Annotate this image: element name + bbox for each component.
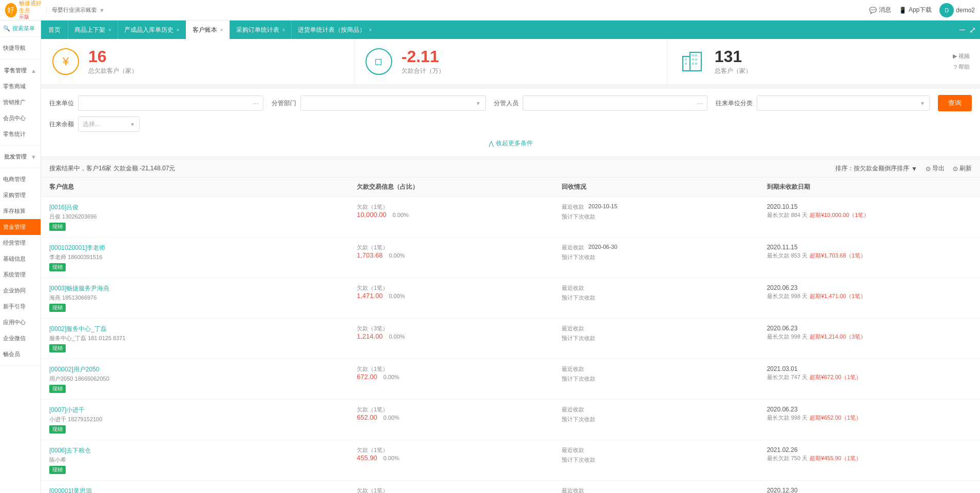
amount-4: 672.00: [357, 373, 377, 381]
customer-name-5[interactable]: [0007]小进千: [49, 406, 357, 415]
main-layout: 🔍 搜索菜单 快捷导航 零售管理 ▲ 零售商城 营销推广: [0, 21, 980, 493]
overdue-link-3[interactable]: 超期¥1,214.00（3笔）: [810, 333, 866, 341]
sidebar-section-retail: 零售管理 ▲ 零售商城 营销推广 会员中心 零售统计: [0, 60, 41, 146]
stat-label-total-customers: 总客户（家）: [715, 67, 752, 75]
balance-arrow: ▼: [130, 122, 135, 127]
result-summary: 搜索结果中，客户16家 欠款金额 -21,148.07元: [49, 164, 175, 173]
stat-icon-diamond: ◇: [364, 47, 393, 76]
tab-bar: 首页 商品上下架 × 产成品入库单历史 × 客户账本 × 采购订单统计表 ×: [41, 21, 980, 39]
query-button[interactable]: 查询: [938, 95, 972, 111]
sidebar-item-app-center[interactable]: 应用中心: [0, 314, 41, 330]
amount-3: 1,214.00: [357, 332, 383, 340]
tag-badge-6: 现销: [49, 466, 66, 474]
table-row: [0006]去下粮仓 陈小希 现销 欠款（1笔） 455.90 0.00%: [41, 440, 980, 481]
tab-close-customer-account[interactable]: ×: [220, 27, 223, 33]
tab-product-history[interactable]: 产成品入库单历史 ×: [118, 21, 186, 39]
sort-selector[interactable]: 排序：按欠款金额倒序排序 ▼: [835, 164, 917, 173]
sidebar-item-vip-member[interactable]: 畅会员: [0, 346, 41, 362]
tab-customer-account[interactable]: 客户账本 ×: [186, 21, 229, 39]
customer-name-3[interactable]: [0002]服务中心_丁磊: [49, 325, 357, 333]
user-menu[interactable]: D demo2: [939, 3, 975, 17]
stat-icon-building: [678, 47, 706, 76]
overdue-link-0[interactable]: 超期¥10,000.00（1笔）: [810, 211, 869, 219]
header-collection: 回收情况: [562, 183, 766, 191]
customer-name-1[interactable]: [0001020001]李老师: [49, 244, 357, 252]
amount-5: 652.00: [357, 413, 377, 421]
sidebar-item-quick-nav[interactable]: 快捷导航: [0, 40, 41, 56]
app-download-btn[interactable]: 📱 App下载: [899, 6, 932, 14]
sidebar-section-batch: 批发管理 ▼: [0, 146, 41, 168]
dept-select-arrow: ▼: [476, 101, 481, 106]
customer-phone-2: 海燕 18513066976: [49, 294, 357, 302]
table-row: [0016]吕俊 吕俊 13026203696 现销 欠款（1笔） 10,000…: [41, 197, 980, 238]
header-debt-info: 欠款交易信息（占比）: [357, 183, 562, 191]
sidebar-item-finance[interactable]: 资金管理: [0, 219, 41, 235]
sidebar-item-retail-mgmt[interactable]: 零售管理 ▲: [0, 63, 41, 78]
stat-value-overdue-customers: 16: [88, 48, 138, 65]
video-btn[interactable]: ▶ 视频: [953, 52, 970, 60]
sidebar-item-sys-mgmt[interactable]: 系统管理: [0, 267, 41, 283]
sidebar-item-retail-mall[interactable]: 零售商城: [0, 78, 41, 94]
tab-minimize-btn[interactable]: ─: [959, 25, 965, 34]
sidebar-item-basic-info[interactable]: 基础信息: [0, 251, 41, 267]
result-right: 排序：按欠款金额倒序排序 ▼ ⊙ 导出 ⊙ 刷新: [835, 164, 972, 173]
supplier-input[interactable]: ···: [78, 95, 263, 111]
tag-badge-0: 现销: [49, 223, 66, 231]
sidebar-item-new-guide[interactable]: 新手引导: [0, 299, 41, 314]
svg-rect-3: [685, 63, 687, 65]
sidebar-item-batch-mgmt[interactable]: 批发管理 ▼: [0, 149, 41, 165]
help-btn[interactable]: ? 帮助: [954, 63, 970, 71]
stat-label-overdue-customers: 总欠款客户（家）: [88, 67, 138, 75]
message-btn[interactable]: 💬 消息: [869, 6, 891, 14]
sidebar-item-inventory[interactable]: 库存核算: [0, 203, 41, 219]
tab-close-purchase-stats[interactable]: ×: [369, 27, 372, 33]
customer-phone-6: 陈小希: [49, 456, 357, 464]
tab-purchase-order[interactable]: 采购订单统计表 ×: [229, 21, 292, 39]
sidebar-item-purchase[interactable]: 采购管理: [0, 187, 41, 203]
overdue-link-1[interactable]: 超期¥1,703.68（1笔）: [810, 252, 866, 260]
customer-name-6[interactable]: [0006]去下粮仓: [49, 446, 357, 455]
tab-product-off[interactable]: 商品上下架 ×: [68, 21, 118, 39]
svg-rect-7: [695, 58, 697, 61]
collapse-btn[interactable]: ⋀ 收起更多条件: [49, 137, 972, 150]
tab-purchase-stats[interactable]: 进货单统计表（按商品） ×: [291, 21, 378, 39]
overdue-link-5[interactable]: 超期¥652.00（1笔）: [810, 414, 861, 422]
search-menu[interactable]: 🔍 搜索菜单: [0, 21, 41, 37]
sidebar-item-corp-wechat[interactable]: 企业微信: [0, 330, 41, 346]
tab-close-product-off[interactable]: ×: [108, 27, 111, 33]
category-select[interactable]: ▼: [757, 95, 930, 111]
tab-maximize-btn[interactable]: ⤢: [969, 25, 976, 35]
overdue-link-6[interactable]: 超期¥455.90（1笔）: [810, 455, 861, 462]
stat-label-total-debt: 欠款合计（万）: [401, 67, 445, 75]
sidebar-item-marketing[interactable]: 营销推广: [0, 94, 41, 110]
customer-name-7[interactable]: [000001]黄思源: [49, 487, 357, 493]
sidebar-item-ecommerce[interactable]: 电商管理: [0, 171, 41, 187]
sidebar-section-quick: 快捷导航: [0, 37, 41, 60]
person-input[interactable]: ···: [523, 95, 708, 111]
tab-close-product-history[interactable]: ×: [177, 27, 180, 33]
logo-icon: 好: [5, 3, 17, 17]
avatar: D: [939, 3, 954, 17]
customer-name-0[interactable]: [0016]吕俊: [49, 203, 357, 212]
overdue-link-2[interactable]: 超期¥1,471.00（1笔）: [810, 292, 866, 300]
export-btn[interactable]: ⊙ 导出: [926, 164, 945, 173]
refresh-btn[interactable]: ⊙ 刷新: [953, 164, 972, 173]
dept-select[interactable]: ▼: [300, 95, 486, 111]
filter-person: 分管人员 ···: [494, 95, 708, 111]
tab-close-purchase-order[interactable]: ×: [282, 27, 285, 33]
sidebar-item-member[interactable]: 会员中心: [0, 110, 41, 126]
person-input-dots: ···: [697, 99, 703, 107]
balance-select[interactable]: 选择... ▼: [78, 116, 140, 132]
sidebar-item-corp-collab[interactable]: 企业协同: [0, 283, 41, 299]
customer-name-2[interactable]: [0003]畅捷服务尹海燕: [49, 284, 357, 293]
sidebar: 🔍 搜索菜单 快捷导航 零售管理 ▲ 零售商城 营销推广: [0, 21, 41, 493]
tab-home[interactable]: 首页: [41, 21, 68, 39]
svg-rect-8: [692, 63, 694, 65]
breadcrumb: 母婴行业演示账套 ▼: [46, 6, 869, 14]
customer-name-4[interactable]: [000002]用户2050: [49, 365, 357, 374]
overdue-link-4[interactable]: 超期¥672.00（1笔）: [810, 373, 861, 381]
sidebar-item-retail-stats[interactable]: 零售统计: [0, 126, 41, 142]
header-due-date: 到期未收款日期: [767, 183, 972, 191]
content-area: 首页 商品上下架 × 产成品入库单历史 × 客户账本 × 采购订单统计表 ×: [41, 21, 980, 493]
sidebar-item-operation[interactable]: 经营管理: [0, 235, 41, 251]
